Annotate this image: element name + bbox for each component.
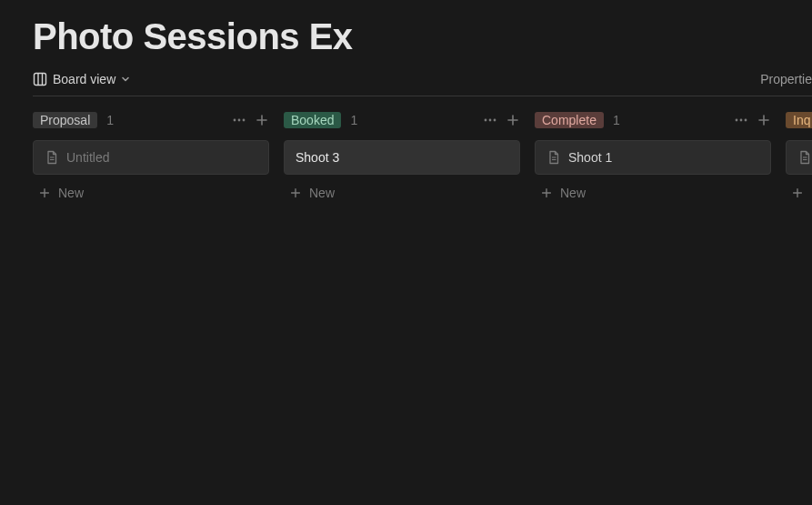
board-icon — [33, 72, 47, 86]
page-icon — [546, 150, 561, 165]
plus-icon[interactable] — [255, 113, 269, 127]
properties-button[interactable]: Propertie — [760, 72, 812, 86]
status-tag[interactable]: Inq — [786, 112, 812, 128]
header-actions: Propertie — [760, 72, 812, 86]
column-actions — [231, 112, 269, 128]
board-column: InqN — [786, 109, 812, 204]
svg-rect-0 — [35, 74, 46, 86]
page-title[interactable]: Photo Sessions Ex — [33, 16, 812, 57]
board-columns: Proposal1UntitledNewBooked1Shoot 3NewCom… — [33, 109, 812, 204]
board-column: Booked1Shoot 3New — [284, 109, 520, 204]
column-actions — [733, 112, 771, 128]
board-column: Complete1Shoot 1New — [535, 109, 771, 204]
new-button[interactable]: New — [284, 182, 520, 204]
svg-point-12 — [485, 119, 487, 122]
new-label: New — [58, 186, 84, 200]
plus-icon — [791, 187, 804, 199]
column-header: Proposal1 — [33, 109, 269, 131]
card-title: Shoot 3 — [296, 150, 339, 165]
svg-point-4 — [238, 119, 241, 122]
page-icon — [45, 150, 59, 165]
column-header-left: Booked1 — [284, 112, 357, 128]
column-count: 1 — [613, 113, 620, 127]
board-card[interactable] — [786, 140, 812, 175]
board-card[interactable]: Untitled — [33, 140, 269, 175]
view-selector[interactable]: Board view — [33, 72, 130, 86]
plus-icon — [540, 187, 553, 199]
plus-icon[interactable] — [506, 113, 520, 127]
column-count: 1 — [350, 113, 357, 127]
svg-point-14 — [494, 119, 496, 122]
column-actions — [482, 112, 520, 128]
column-header-left: Inq — [786, 112, 812, 128]
column-header: Inq — [786, 109, 812, 131]
board-card[interactable]: Shoot 3 — [284, 140, 520, 175]
svg-point-19 — [736, 119, 738, 122]
svg-point-3 — [234, 119, 236, 122]
card-title: Untitled — [66, 150, 109, 165]
board-card[interactable]: Shoot 1 — [535, 140, 771, 175]
svg-point-13 — [489, 119, 492, 122]
new-button[interactable]: New — [535, 182, 771, 204]
svg-point-21 — [745, 119, 747, 122]
plus-icon — [38, 187, 51, 199]
view-label: Board view — [53, 72, 115, 86]
more-icon[interactable] — [231, 112, 247, 128]
view-header: Board view Propertie — [33, 72, 812, 96]
svg-point-20 — [740, 119, 743, 122]
plus-icon — [289, 187, 302, 199]
column-header-left: Complete1 — [535, 112, 620, 128]
column-header: Booked1 — [284, 109, 520, 131]
new-button[interactable]: N — [786, 182, 812, 204]
plus-icon[interactable] — [757, 113, 771, 127]
column-header: Complete1 — [535, 109, 771, 131]
more-icon[interactable] — [482, 112, 498, 128]
status-tag[interactable]: Proposal — [33, 112, 97, 128]
svg-point-5 — [243, 119, 246, 122]
column-header-left: Proposal1 — [33, 112, 114, 128]
card-title: Shoot 1 — [568, 150, 612, 165]
column-count: 1 — [106, 113, 114, 127]
chevron-down-icon — [121, 75, 130, 84]
more-icon[interactable] — [733, 112, 749, 128]
new-button[interactable]: New — [33, 182, 269, 204]
page-icon — [797, 150, 812, 165]
new-label: New — [560, 186, 586, 200]
status-tag[interactable]: Complete — [535, 112, 604, 128]
board-column: Proposal1UntitledNew — [33, 109, 269, 204]
new-label: New — [309, 186, 335, 200]
status-tag[interactable]: Booked — [284, 112, 341, 128]
